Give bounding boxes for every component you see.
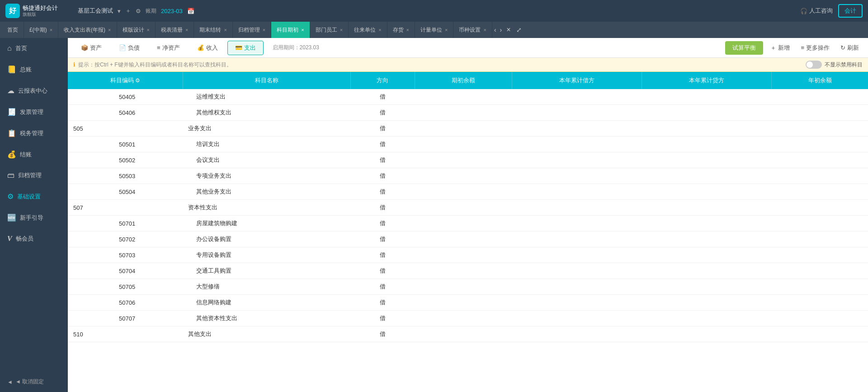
tab-income-close[interactable]: × — [108, 27, 111, 33]
settings-icon[interactable]: ⚙ — [136, 8, 141, 14]
cell-direction: 借 — [350, 168, 415, 184]
support-button[interactable]: 🎧 人工咨询 — [800, 7, 833, 15]
headset-icon: 🎧 — [800, 8, 807, 14]
tab-nav-prev[interactable]: ‹ — [492, 26, 498, 33]
table-row[interactable]: 50703 专用设备购置 借 — [68, 247, 868, 263]
tab-unit-close[interactable]: × — [445, 27, 448, 33]
tab-archive-close[interactable]: × — [263, 27, 265, 33]
table-row[interactable]: 50406 其他维权支出 借 — [68, 105, 868, 121]
table-row[interactable]: 50503 专项业务支出 借 — [68, 168, 868, 184]
tab-unit[interactable]: 计量单位 × — [415, 22, 453, 38]
refresh-label: 刷新 — [847, 44, 859, 52]
table-row[interactable]: 510 其他支出 借 — [68, 326, 868, 342]
cell-year-opening — [772, 311, 868, 326]
calc-balance-button[interactable]: 试算平衡 — [725, 41, 763, 55]
add-button[interactable]: ＋ 新增 — [767, 42, 793, 54]
table-row[interactable]: 50504 其他业务支出 借 — [68, 184, 868, 200]
sidebar-item-guide[interactable]: 🆕 新手引导 — [0, 207, 68, 228]
cell-opening — [415, 247, 512, 263]
sidebar-item-settings[interactable]: ⚙ 基础设置 — [0, 186, 68, 207]
tab-currency[interactable]: 币种设置 × — [453, 22, 492, 38]
tab-stock-close[interactable]: × — [406, 27, 409, 33]
sidebar-item-settle[interactable]: 💰 结账 — [0, 144, 68, 165]
tab-dept[interactable]: 部门员工 × — [310, 22, 349, 38]
home-icon: ⌂ — [7, 44, 12, 52]
tab-taxclear[interactable]: 税表清册 × — [156, 22, 194, 38]
sidebar-item-reports[interactable]: ☁ 云报表中心 — [0, 80, 68, 101]
tab-partner[interactable]: 往来单位 × — [349, 22, 387, 38]
subtab-liability[interactable]: 📄 负债 — [111, 41, 147, 55]
sidebar-item-archivemgr[interactable]: 🗃 归档管理 — [0, 165, 68, 186]
tab-expand[interactable]: ⤢ — [514, 26, 524, 33]
table-row[interactable]: 507 资本性支出 借 — [68, 200, 868, 216]
subtab-income[interactable]: 💰 收入 — [189, 41, 226, 55]
cell-opening — [415, 152, 512, 168]
cell-direction: 借 — [350, 152, 415, 168]
cell-opening — [415, 121, 512, 137]
tab-home[interactable]: 首页 — [2, 22, 24, 38]
sidebar-item-tax[interactable]: 📋 税务管理 — [0, 123, 68, 144]
sidebar-item-invoice[interactable]: 🧾 发票管理 — [0, 101, 68, 123]
refresh-button[interactable]: ↻ 刷新 — [837, 42, 863, 54]
cell-code: 50503 — [68, 168, 183, 184]
table-row[interactable]: 50501 培训支出 借 — [68, 137, 868, 152]
table-wrapper: 科目编码 ⚙ 科目名称 方向 期初余额 本年累计借方 本年累计贷方 年初余额 5… — [68, 72, 868, 392]
dropdown-icon[interactable]: ▾ — [118, 8, 121, 14]
sidebar-pin-button[interactable]: ◄ ◄ 取消固定 — [0, 372, 68, 392]
cell-ytd-credit — [642, 121, 771, 137]
tab-close-all[interactable]: × — [504, 26, 513, 34]
cell-name: 办公设备购置 — [183, 231, 350, 247]
table-row[interactable]: 50706 信息网络购建 借 — [68, 295, 868, 311]
sidebar-item-member[interactable]: V 畅会员 — [0, 228, 68, 249]
cell-year-opening — [772, 247, 868, 263]
sidebar-item-home[interactable]: ⌂ 首页 — [0, 38, 68, 59]
more-button[interactable]: ≡ 更多操作 — [797, 42, 833, 54]
table-row[interactable]: 50707 其他资本性支出 借 — [68, 311, 868, 326]
guide-icon: 🆕 — [7, 213, 16, 222]
table-row[interactable]: 50704 交通工具购置 借 — [68, 263, 868, 279]
tab-interim[interactable]: £(中期) × — [24, 22, 58, 38]
cell-code: 50501 — [68, 137, 183, 152]
table-row[interactable]: 50705 大型修缮 借 — [68, 279, 868, 295]
add-project-icon[interactable]: ＋ — [125, 7, 131, 15]
tab-periodend-close[interactable]: × — [224, 27, 226, 33]
table-row[interactable]: 50502 会议支出 借 — [68, 152, 868, 168]
subtab-asset[interactable]: 📦 资产 — [73, 41, 109, 55]
subtab-liability-label: 负债 — [128, 44, 140, 52]
calendar-icon[interactable]: 📅 — [187, 8, 194, 14]
tab-subject-close[interactable]: × — [301, 27, 304, 33]
tab-stock[interactable]: 存货 × — [387, 22, 415, 38]
subtab-netasset[interactable]: ≡ 净资产 — [149, 41, 188, 55]
cell-ytd-debit — [512, 311, 642, 326]
cell-name: 培训支出 — [183, 137, 350, 152]
tab-nav-next[interactable]: › — [498, 26, 504, 33]
subtab-expense[interactable]: 💳 支出 — [227, 41, 264, 55]
table-row[interactable]: 50405 运维维支出 借 — [68, 89, 868, 105]
table-row[interactable]: 50701 房屋建筑物购建 借 — [68, 216, 868, 231]
sidebar-label-settle: 结账 — [20, 151, 32, 159]
table-row[interactable]: 50702 办公设备购置 借 — [68, 231, 868, 247]
cell-direction: 借 — [350, 200, 415, 216]
disabled-toggle[interactable] — [806, 61, 822, 69]
tab-dept-close[interactable]: × — [340, 27, 343, 33]
tab-periodend[interactable]: 期末结转 × — [194, 22, 232, 38]
tab-income[interactable]: 收入支出表(年报) × — [58, 22, 117, 38]
tab-partner-close[interactable]: × — [378, 27, 381, 33]
cell-ytd-debit — [512, 263, 642, 279]
cell-year-opening — [772, 263, 868, 279]
cell-direction: 借 — [350, 279, 415, 295]
tab-dept-label: 部门员工 — [316, 26, 337, 34]
tab-taxclear-close[interactable]: × — [185, 27, 188, 33]
tab-interim-close[interactable]: × — [50, 27, 52, 33]
cell-ytd-credit — [642, 168, 771, 184]
kuaiji-button[interactable]: 会计 — [838, 4, 863, 18]
cell-name: 信息网络购建 — [183, 295, 350, 311]
col-gear-icon[interactable]: ⚙ — [135, 77, 140, 84]
tab-subject[interactable]: 科目期初 × — [271, 22, 310, 38]
sidebar-item-ledger[interactable]: 📒 总账 — [0, 59, 68, 80]
tab-archive[interactable]: 归档管理 × — [233, 22, 271, 38]
table-row[interactable]: 505 业务支出 借 — [68, 121, 868, 137]
tab-template-close[interactable]: × — [147, 27, 150, 33]
tab-template[interactable]: 模版设计 × — [117, 22, 156, 38]
tab-currency-close[interactable]: × — [483, 27, 486, 33]
